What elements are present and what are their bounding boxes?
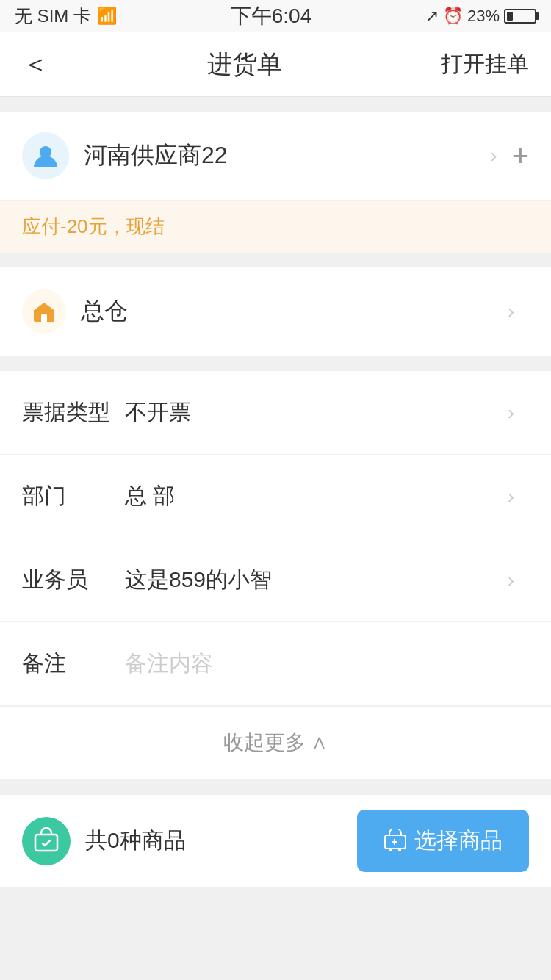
supplier-chevron-icon: › <box>490 144 497 167</box>
warehouse-chevron-icon: › <box>508 300 514 323</box>
remark-input[interactable]: 备注内容 <box>125 649 529 679</box>
back-button[interactable]: ＜ <box>22 46 48 82</box>
salesman-label: 业务员 <box>22 565 125 595</box>
status-time: 下午6:04 <box>231 2 312 30</box>
person-icon <box>32 143 59 169</box>
product-count: 共0种商品 <box>85 826 342 856</box>
salesman-value: 这是859的小智 <box>125 565 508 595</box>
page-title: 进货单 <box>207 48 282 82</box>
status-carrier: 无 SIM 卡 📶 <box>15 4 117 28</box>
supplier-row[interactable]: 河南供应商22 › + <box>0 112 551 201</box>
product-icon <box>32 827 60 855</box>
collapse-label: 收起更多 ∧ <box>223 729 328 757</box>
carrier-text: 无 SIM 卡 <box>15 4 91 28</box>
section-gap-4 <box>0 779 551 793</box>
svg-point-7 <box>398 849 401 851</box>
form-section: 票据类型 不开票 › 部门 总 部 › 业务员 这是859的小智 › 备注 备注… <box>0 371 551 779</box>
status-bar: 无 SIM 卡 📶 下午6:04 ↗ ⏰ 23% <box>0 0 551 32</box>
salesman-chevron-icon: › <box>508 569 514 592</box>
section-gap-1 <box>0 97 551 112</box>
invoice-type-row[interactable]: 票据类型 不开票 › <box>0 371 551 455</box>
salesman-row[interactable]: 业务员 这是859的小智 › <box>0 538 551 622</box>
invoice-type-chevron-icon: › <box>508 401 514 425</box>
wifi-icon: 📶 <box>97 7 117 26</box>
supplier-name: 河南供应商22 <box>84 140 490 172</box>
invoice-type-label: 票据类型 <box>22 397 125 428</box>
section-gap-2 <box>0 253 551 267</box>
warehouse-name: 总仓 <box>81 295 508 328</box>
invoice-type-value: 不开票 <box>125 397 508 428</box>
svg-rect-3 <box>41 314 47 322</box>
battery-icon <box>504 9 536 24</box>
warehouse-icon-wrap <box>22 289 66 334</box>
status-right: ↗ ⏰ 23% <box>425 7 536 26</box>
remark-label: 备注 <box>22 649 125 679</box>
department-label: 部门 <box>22 481 125 511</box>
add-supplier-button[interactable]: + <box>512 140 529 173</box>
department-value: 总 部 <box>125 481 508 511</box>
warehouse-section: 总仓 › <box>0 267 551 356</box>
battery-text: 23% <box>467 7 500 26</box>
collapse-row[interactable]: 收起更多 ∧ <box>0 706 551 779</box>
department-row[interactable]: 部门 总 部 › <box>0 455 551 538</box>
section-gap-3 <box>0 356 551 371</box>
supplier-avatar <box>22 132 69 179</box>
svg-marker-2 <box>32 303 56 311</box>
warehouse-row[interactable]: 总仓 › <box>0 267 551 356</box>
svg-point-6 <box>389 849 392 851</box>
location-icon: ↗ <box>425 7 439 26</box>
page-background <box>0 887 551 980</box>
remark-row[interactable]: 备注 备注内容 <box>0 622 551 706</box>
warehouse-icon <box>31 298 57 325</box>
supplier-section: 河南供应商22 › + 应付-20元，现结 <box>0 112 551 253</box>
bottom-bar: 共0种商品 选择商品 <box>0 793 551 887</box>
department-chevron-icon: › <box>508 485 514 508</box>
svg-rect-4 <box>35 835 57 851</box>
select-product-button[interactable]: 选择商品 <box>357 810 529 872</box>
cart-icon <box>383 829 407 853</box>
select-product-label: 选择商品 <box>414 826 503 856</box>
product-icon-wrap <box>22 817 71 865</box>
alarm-icon: ⏰ <box>443 7 463 26</box>
warning-banner: 应付-20元，现结 <box>0 201 551 253</box>
nav-bar: ＜ 进货单 打开挂单 <box>0 32 551 97</box>
open-pending-button[interactable]: 打开挂单 <box>441 49 529 79</box>
